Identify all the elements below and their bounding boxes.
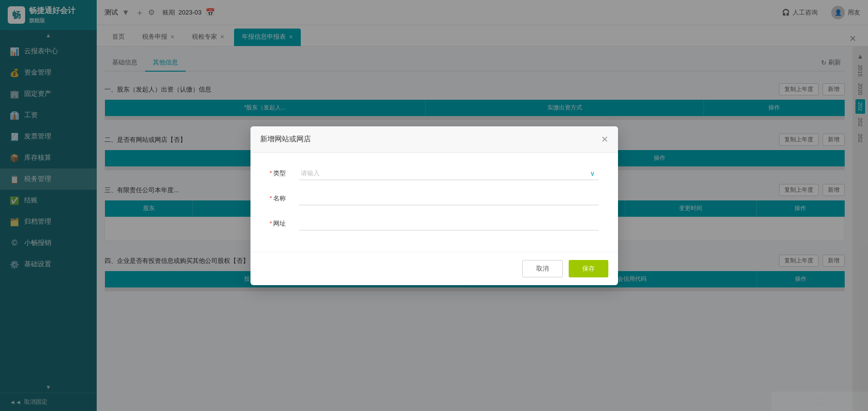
dialog-footer: 取消 保存 [250, 252, 618, 285]
add-website-dialog: 新增网站或网店 ✕ *类型 ∨ *名称 *网址 [250, 126, 618, 285]
dialog-header: 新增网站或网店 ✕ [250, 126, 618, 153]
dialog-body: *类型 ∨ *名称 *网址 [250, 153, 618, 252]
form-label-type: *类型 [270, 169, 299, 178]
url-input[interactable] [299, 217, 599, 230]
type-input[interactable] [299, 167, 599, 180]
watermark-text: Ci [815, 395, 825, 408]
form-input-wrap-type: ∨ [299, 167, 599, 180]
form-field-url: *网址 [270, 217, 599, 230]
form-input-wrap-url [299, 217, 599, 230]
form-label-name: *名称 [270, 194, 299, 203]
dialog-close-button[interactable]: ✕ [601, 134, 608, 145]
name-input[interactable] [299, 192, 599, 205]
form-field-name: *名称 [270, 192, 599, 205]
form-input-wrap-name [299, 192, 599, 205]
cancel-button[interactable]: 取消 [522, 260, 563, 277]
dialog-title: 新增网站或网店 [260, 135, 311, 144]
form-field-type: *类型 ∨ [270, 167, 599, 180]
form-label-url: *网址 [270, 219, 299, 228]
save-button[interactable]: 保存 [569, 260, 608, 277]
watermark-area: Ci [771, 392, 868, 411]
